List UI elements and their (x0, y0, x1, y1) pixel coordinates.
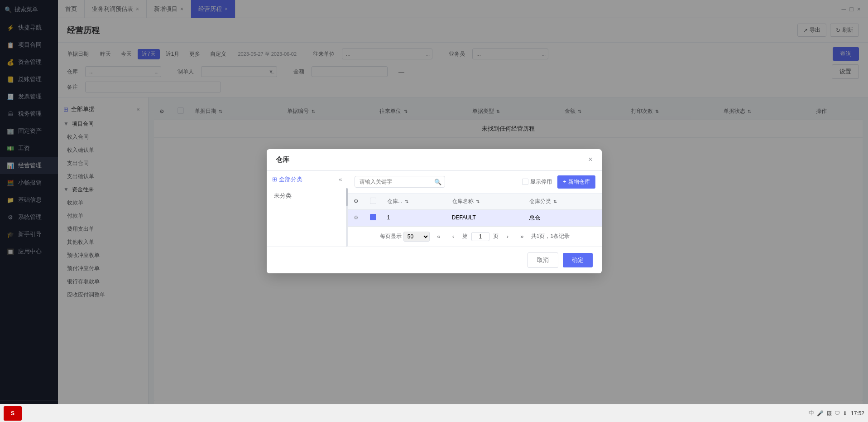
show-disabled-label[interactable]: 显示停用 (522, 178, 552, 186)
modal-col-name[interactable]: 仓库名称 ⇅ (446, 194, 524, 210)
modal-page-next[interactable]: › (502, 231, 513, 242)
row-checkbox-cell[interactable] (364, 209, 382, 226)
modal-title: 仓库 (276, 155, 289, 164)
modal-left-panel: ⊞ 全部分类 « 未分类 (267, 171, 348, 247)
warehouse-modal: 仓库 × ⊞ 全部分类 « 未分类 (267, 149, 602, 273)
modal-action-footer: 取消 确定 (267, 247, 602, 273)
sort-icon-code: ⇅ (405, 199, 408, 204)
modal-col-code[interactable]: 仓库... ⇅ (382, 194, 446, 210)
sort-icon-name: ⇅ (476, 199, 480, 204)
modal-right-panel: 🔍 显示停用 + 新增仓库 (348, 171, 602, 247)
modal-page-last[interactable]: » (517, 231, 528, 242)
modal-page-input[interactable] (471, 232, 489, 241)
taskbar-icon-2[interactable]: 🎤 (817, 410, 824, 417)
taskbar-left: S (4, 406, 22, 421)
taskbar-app-1[interactable]: S (4, 406, 22, 421)
row-settings-cell: ⚙ (348, 209, 364, 226)
modal-overlay: 仓库 × ⊞ 全部分类 « 未分类 (0, 0, 868, 422)
add-warehouse-button[interactable]: + 新增仓库 (557, 175, 595, 189)
row-id-cell: 1 (382, 209, 446, 226)
modal-col-settings[interactable]: ⚙ (348, 194, 364, 210)
modal-left-header: ⊞ 全部分类 « (267, 171, 348, 188)
modal-collapse-btn[interactable]: « (339, 176, 342, 183)
show-disabled-checkbox[interactable] (522, 179, 528, 185)
modal-page-prev[interactable]: ‹ (448, 231, 459, 242)
modal-table-wrap: ⚙ 仓库... ⇅ 仓库名称 (348, 194, 602, 226)
modal-search-input[interactable] (355, 176, 445, 188)
modal-scrollbar[interactable] (346, 188, 348, 247)
row-name-cell: DEFAULT (446, 209, 524, 226)
modal-col-checkbox[interactable] (364, 194, 382, 210)
taskbar-icons: 中 🎤 🖼 🛡 ⬇ (809, 409, 847, 417)
modal-search-icon[interactable]: 🔍 (434, 179, 441, 185)
taskbar-icon-1[interactable]: 中 (809, 409, 814, 417)
taskbar: S 中 🎤 🖼 🛡 ⬇ 17:52 (0, 404, 868, 422)
modal-toolbar-right: 显示停用 + 新增仓库 (522, 175, 595, 189)
modal-col-category[interactable]: 仓库分类 ⇅ (524, 194, 601, 210)
modal-left-scroll: 未分类 (267, 188, 348, 247)
modal-header: 仓库 × (267, 149, 602, 171)
modal-scrollbar-thumb (346, 188, 348, 206)
modal-pagination: 每页显示 50 « ‹ 第 页 › » 共1页，1条记录 (348, 226, 602, 247)
modal-per-page-wrap: 每页显示 50 (380, 232, 430, 242)
modal-body: ⊞ 全部分类 « 未分类 (267, 171, 602, 247)
modal-search-wrap: 🔍 (355, 176, 445, 188)
row-checkbox[interactable] (370, 214, 376, 220)
modal-per-page-select[interactable]: 50 (403, 232, 430, 242)
modal-table: ⚙ 仓库... ⇅ 仓库名称 (348, 194, 602, 226)
modal-cancel-button[interactable]: 取消 (528, 252, 558, 268)
modal-settings-icon: ⚙ (354, 198, 359, 204)
taskbar-icon-4[interactable]: 🛡 (834, 410, 840, 417)
row-code-cell: 总仓 (524, 209, 601, 226)
taskbar-icon-5[interactable]: ⬇ (843, 410, 847, 417)
modal-toolbar: 🔍 显示停用 + 新增仓库 (348, 171, 602, 194)
modal-tree-item-uncategorized[interactable]: 未分类 (267, 188, 348, 204)
sort-icon-category: ⇅ (553, 199, 557, 204)
modal-select-all[interactable] (370, 198, 376, 204)
modal-close-btn[interactable]: × (588, 155, 592, 164)
modal-confirm-button[interactable]: 确定 (563, 253, 593, 267)
taskbar-icon-3[interactable]: 🖼 (826, 410, 832, 417)
table-row[interactable]: ⚙ 1 DEFAULT 总仓 (348, 209, 602, 226)
grid-icon-modal: ⊞ (272, 176, 277, 183)
taskbar-right: 中 🎤 🖼 🛡 ⬇ 17:52 (809, 409, 864, 417)
row-settings-icon[interactable]: ⚙ (354, 214, 359, 221)
modal-page-first[interactable]: « (433, 231, 444, 242)
taskbar-time: 17:52 (851, 410, 864, 417)
plus-icon: + (563, 179, 566, 185)
